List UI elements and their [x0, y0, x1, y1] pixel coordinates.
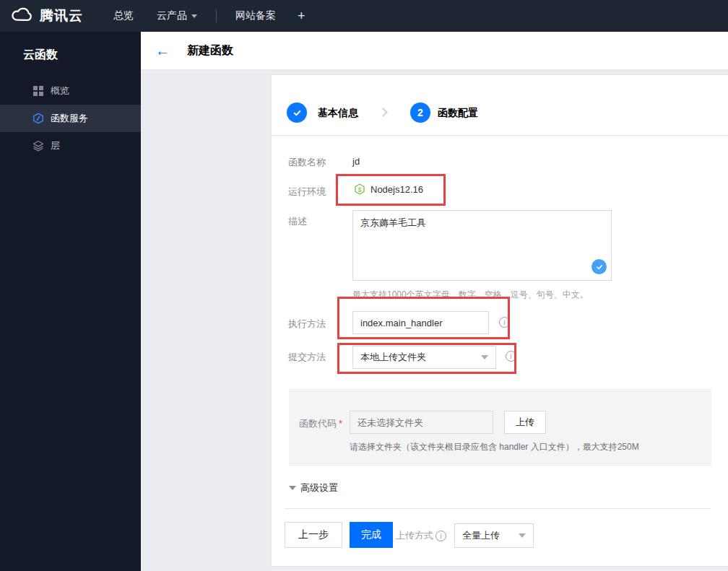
- step1-check-icon: [287, 103, 307, 123]
- advanced-settings-toggle[interactable]: 高级设置: [289, 481, 338, 494]
- back-arrow-icon[interactable]: ←: [155, 43, 170, 58]
- required-asterisk: *: [339, 418, 342, 429]
- grid-icon: [32, 85, 44, 97]
- chevron-down-icon: [191, 14, 197, 18]
- upload-mode-select[interactable]: 全量上传: [454, 523, 534, 548]
- valid-check-icon: [592, 259, 607, 274]
- sidebar-title: 云函数: [0, 32, 141, 77]
- handler-label: 执行方法: [288, 318, 326, 331]
- layers-icon: [32, 140, 44, 152]
- select-caret-icon: [519, 533, 526, 538]
- footer-divider: [285, 508, 711, 509]
- submit-method-label: 提交方法: [288, 351, 326, 364]
- sidebar-item-overview[interactable]: 概览: [0, 77, 141, 105]
- cloud-logo-icon: [10, 6, 34, 25]
- sidebar: 云函数 概览 函数服务 层: [0, 32, 141, 571]
- finish-button[interactable]: 完成: [350, 522, 393, 548]
- function-hexagon-icon: [32, 113, 44, 124]
- page-title: 新建函数: [187, 43, 233, 58]
- description-hint: 最大支持1000个英文字母、数字、空格、逗号、句号、中文。: [352, 289, 589, 301]
- submit-method-info-icon[interactable]: [506, 351, 516, 362]
- function-name-value: jd: [352, 156, 360, 167]
- description-label: 描述: [288, 215, 307, 228]
- top-nav: 总览 云产品 网站备案 +: [102, 0, 316, 32]
- function-name-label: 函数名称: [288, 156, 326, 169]
- submit-method-select[interactable]: 本地上传文件夹: [352, 346, 496, 369]
- upload-button[interactable]: 上传: [504, 411, 546, 434]
- step2-label: 函数配置: [438, 107, 478, 120]
- step-separator-icon: [378, 108, 388, 117]
- previous-step-button[interactable]: 上一步: [285, 522, 342, 548]
- nav-icp-record[interactable]: 网站备案: [224, 0, 287, 32]
- sidebar-item-function-service[interactable]: 函数服务: [0, 105, 141, 132]
- tencent-cloud-logo[interactable]: 腾讯云: [0, 6, 102, 25]
- brand-name: 腾讯云: [40, 6, 83, 25]
- folder-path-input[interactable]: [350, 411, 493, 434]
- handler-input[interactable]: [352, 311, 489, 334]
- function-code-hint: 请选择文件夹（该文件夹根目录应包含 handler 入口文件），最大支持250M: [350, 441, 639, 453]
- handler-info-icon[interactable]: [499, 317, 510, 328]
- runtime-value: Nodejs12.16: [370, 184, 423, 195]
- step1-label: 基本信息: [318, 107, 358, 120]
- nav-overview[interactable]: 总览: [102, 0, 145, 32]
- function-code-label: 函数代码*: [299, 417, 342, 430]
- triangle-down-icon: [289, 486, 296, 490]
- upload-mode-info-icon[interactable]: [436, 531, 446, 541]
- function-config-card: 基本信息 2 函数配置 函数名称 jd 运行环境 Nodejs12.16 描述 …: [271, 74, 728, 567]
- page-header: ← 新建函数: [141, 32, 728, 70]
- topbar: 腾讯云 总览 云产品 网站备案 +: [0, 0, 728, 32]
- nav-cloud-products[interactable]: 云产品: [145, 0, 209, 32]
- runtime-label: 运行环境: [288, 186, 326, 199]
- select-caret-icon: [481, 355, 488, 359]
- nav-separator: [216, 9, 217, 22]
- runtime-value-row: Nodejs12.16: [354, 183, 423, 195]
- wizard-steps: 基本信息 2 函数配置: [272, 75, 728, 136]
- description-textarea[interactable]: 京东薅羊毛工具: [352, 210, 612, 281]
- function-code-section: 函数代码* 上传 请选择文件夹（该文件夹根目录应包含 handler 入口文件）…: [289, 388, 711, 466]
- step2-number: 2: [410, 103, 430, 123]
- nodejs-icon: [354, 183, 365, 195]
- add-tab-button[interactable]: +: [287, 9, 316, 24]
- sidebar-item-layers[interactable]: 层: [0, 132, 141, 160]
- upload-mode-label: 上传方式: [396, 529, 446, 542]
